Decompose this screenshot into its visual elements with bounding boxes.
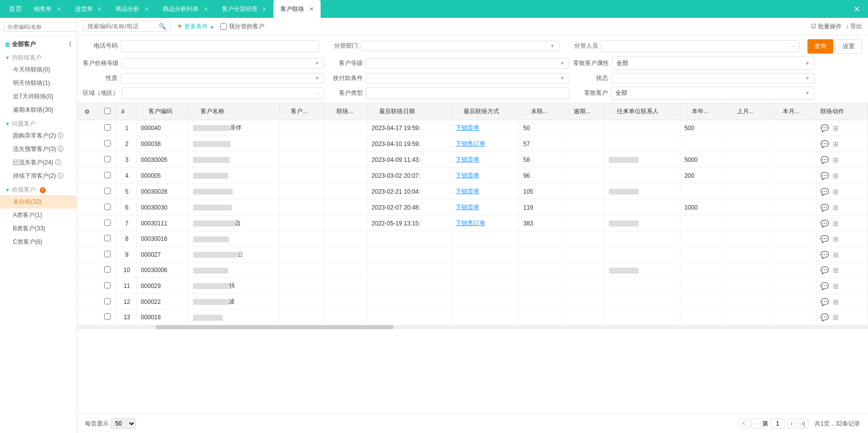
- tab-customer-contact[interactable]: 客户联络 ✕: [273, 0, 321, 18]
- close-icon[interactable]: ✕: [97, 6, 102, 12]
- message-icon[interactable]: 💬: [820, 140, 829, 148]
- row-action[interactable]: 💬 ⊞: [816, 152, 868, 168]
- row-checkbox[interactable]: [98, 278, 117, 294]
- customer-type-input[interactable]: [366, 87, 569, 99]
- row-select-checkbox[interactable]: [104, 172, 111, 178]
- sidebar-item-today[interactable]: 今天待联络(0): [0, 63, 76, 76]
- sidebar-item-class-a[interactable]: A类客户(1): [0, 209, 76, 222]
- row-select-checkbox[interactable]: [104, 219, 111, 226]
- col-checkbox[interactable]: [98, 103, 117, 120]
- page-number-input[interactable]: [770, 419, 785, 429]
- group-value-customers[interactable]: ▼ 价值客户 ↺: [0, 183, 76, 195]
- collapse-icon[interactable]: 《: [66, 41, 71, 48]
- row-checkbox[interactable]: [98, 294, 117, 310]
- row-name[interactable]: [189, 168, 279, 184]
- col-this-year[interactable]: ⋮ 本年...: [680, 103, 725, 120]
- row-name[interactable]: [189, 263, 279, 278]
- tab-analysis-list[interactable]: 商品分析列表 ✕: [156, 0, 215, 18]
- row-last-contact-method[interactable]: 下销售订单: [452, 136, 519, 152]
- message-icon[interactable]: 💬: [820, 156, 829, 164]
- manager-input[interactable]: ···: [601, 40, 800, 52]
- tab-home[interactable]: 首页: [4, 0, 27, 18]
- last-page-button[interactable]: ›|: [798, 419, 808, 429]
- grid-action-icon[interactable]: ⊞: [833, 235, 839, 243]
- per-page-select[interactable]: 50 100 200: [111, 418, 136, 429]
- row-action[interactable]: 💬 ⊞: [816, 310, 868, 325]
- row-name[interactable]: 亲伴: [189, 120, 279, 136]
- row-last-contact-method[interactable]: [452, 263, 519, 278]
- window-close-button[interactable]: ✕: [850, 4, 864, 14]
- row-name[interactable]: [189, 152, 279, 168]
- grid-action-icon[interactable]: ⊞: [833, 172, 839, 180]
- sidebar-item-7days[interactable]: 近7天待联络(0): [0, 90, 76, 103]
- grid-action-icon[interactable]: ⊞: [833, 282, 839, 290]
- message-icon[interactable]: 💬: [820, 251, 829, 259]
- close-icon[interactable]: ✕: [57, 6, 61, 12]
- all-customers-header[interactable]: ⊞ 全部客户 《: [0, 36, 76, 51]
- region-input[interactable]: ···: [122, 87, 324, 99]
- close-icon[interactable]: ✕: [144, 6, 149, 12]
- sidebar-item-declining[interactable]: 持续下滑客户(2) ⓘ: [0, 169, 76, 183]
- row-last-contact-method[interactable]: 下销货单: [452, 152, 519, 168]
- row-action[interactable]: 💬 ⊞: [816, 231, 868, 247]
- row-select-checkbox[interactable]: [104, 188, 111, 194]
- scrollbar-thumb[interactable]: [156, 325, 393, 329]
- sidebar-item-class-b[interactable]: B类客户(33): [0, 222, 76, 235]
- row-last-contact-method[interactable]: [452, 294, 519, 310]
- row-action[interactable]: 💬 ⊞: [816, 200, 868, 216]
- message-icon[interactable]: 💬: [820, 235, 829, 243]
- sidebar-search-input[interactable]: [4, 22, 77, 32]
- row-last-contact-method[interactable]: 下销货单: [452, 168, 519, 184]
- row-checkbox[interactable]: [98, 247, 117, 263]
- col-type[interactable]: ⋮ 客户...: [279, 103, 325, 120]
- message-icon[interactable]: 💬: [820, 298, 829, 306]
- tab-purchase[interactable]: 进货单 ✕: [68, 0, 109, 18]
- row-checkbox[interactable]: [98, 136, 117, 152]
- row-checkbox[interactable]: [98, 152, 117, 168]
- row-select-checkbox[interactable]: [104, 156, 111, 162]
- my-customers-checkbox[interactable]: [220, 23, 227, 30]
- row-select-checkbox[interactable]: [104, 204, 111, 210]
- message-icon[interactable]: 💬: [820, 282, 829, 290]
- settings-button[interactable]: 设置: [835, 39, 862, 54]
- price-level-select[interactable]: ▼: [122, 58, 324, 69]
- row-action[interactable]: 💬 ⊞: [816, 278, 868, 294]
- row-last-contact-method[interactable]: [452, 310, 519, 325]
- row-action[interactable]: 💬 ⊞: [816, 136, 868, 152]
- row-checkbox[interactable]: [98, 310, 117, 325]
- sidebar-item-churned[interactable]: 已流失客户(24) ⓘ: [0, 156, 76, 169]
- row-action[interactable]: 💬 ⊞: [816, 294, 868, 310]
- row-checkbox[interactable]: [98, 231, 117, 247]
- row-select-checkbox[interactable]: [104, 282, 111, 289]
- tab-customer-seg[interactable]: 客户分层经营 ✕: [215, 0, 274, 18]
- row-checkbox[interactable]: [98, 184, 117, 200]
- grid-action-icon[interactable]: ⊞: [833, 188, 839, 196]
- message-icon[interactable]: 💬: [820, 124, 829, 132]
- message-icon[interactable]: 💬: [820, 313, 829, 321]
- query-button[interactable]: 查询: [807, 39, 833, 54]
- message-icon[interactable]: 💬: [820, 172, 829, 180]
- row-action[interactable]: 💬 ⊞: [816, 184, 868, 200]
- row-last-contact-method[interactable]: [452, 247, 519, 263]
- grid-action-icon[interactable]: ⊞: [833, 251, 839, 259]
- row-name[interactable]: [189, 184, 279, 200]
- col-this-month[interactable]: ⋮ 本月...: [771, 103, 816, 120]
- row-last-contact-method[interactable]: 下销货单: [452, 200, 519, 216]
- row-select-checkbox[interactable]: [104, 251, 111, 257]
- row-checkbox[interactable]: [98, 216, 117, 231]
- row-select-checkbox[interactable]: [104, 298, 111, 304]
- row-name[interactable]: 边: [189, 216, 279, 231]
- message-icon[interactable]: 💬: [820, 204, 829, 212]
- department-select[interactable]: ▼: [361, 41, 559, 51]
- grid-action-icon[interactable]: ⊞: [833, 124, 839, 132]
- sidebar-item-abnormal[interactable]: 固购异常客户(2) ⓘ: [0, 129, 76, 143]
- row-last-contact-method[interactable]: 下销售订单: [452, 216, 519, 231]
- grid-action-icon[interactable]: ⊞: [833, 266, 839, 274]
- first-page-button[interactable]: K: [738, 419, 749, 429]
- prev-page-button[interactable]: ‹: [751, 419, 760, 429]
- horizontal-scrollbar[interactable]: [77, 325, 868, 329]
- col-contact-person[interactable]: ⋮ 往来单位联系人: [605, 103, 680, 120]
- col-name[interactable]: ⋮ 客户名称: [189, 103, 279, 120]
- close-icon[interactable]: ✕: [309, 6, 314, 12]
- group-problem-customers[interactable]: ▼ 问题客户: [0, 117, 76, 129]
